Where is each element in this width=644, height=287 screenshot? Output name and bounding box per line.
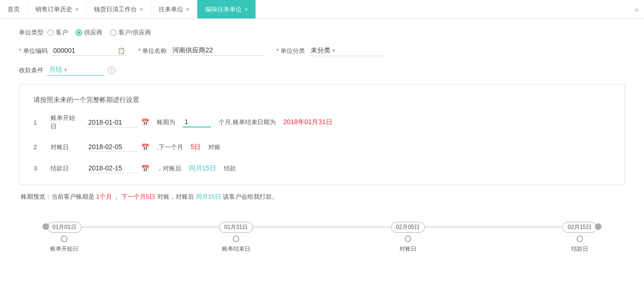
period-box-title: 请按照未来的一个完整帐期进行设置 xyxy=(34,96,610,104)
date-input-2[interactable] xyxy=(86,142,138,152)
date-wrap-3: 📅 xyxy=(86,163,149,173)
radio-supplier[interactable]: 供应商 xyxy=(76,28,102,37)
timeline-dot-1 xyxy=(233,236,239,242)
period-row-1: 1 账单开始日 📅 账期为 个月,账单结束日期为 2018年01月31日 xyxy=(34,114,610,131)
unit-code-label: 单位编码 xyxy=(19,47,48,55)
timeline-label-2: 对账日 xyxy=(399,245,416,253)
date-wrap-1: 📅 xyxy=(86,118,149,127)
help-icon[interactable]: ? xyxy=(108,67,115,74)
preview-mid1: ， xyxy=(113,193,119,200)
date-input-3[interactable] xyxy=(86,163,138,173)
period-label-2: 对账日 xyxy=(51,143,79,152)
unit-name-label: 单位名称 xyxy=(138,47,167,55)
radio-customer[interactable]: 客户 xyxy=(47,28,68,37)
unit-category-select[interactable]: 未分类 ▾ xyxy=(309,45,384,56)
tab-home-label: 首页 xyxy=(8,5,20,14)
copy-icon[interactable]: 📋 xyxy=(118,47,125,54)
radio-supplier-label: 供应商 xyxy=(84,28,102,37)
unit-category-field: 单位分类 未分类 ▾ xyxy=(276,45,384,56)
timeline-label-1: 账单结束日 xyxy=(222,245,250,253)
preview-date2: 同月15日 xyxy=(196,193,221,200)
payment-select[interactable]: 月结 ▾ xyxy=(47,65,104,76)
payment-row: 收款条件 月结 ▾ ? xyxy=(19,65,625,76)
tab-edit-partner[interactable]: 编辑往来单位 × xyxy=(197,0,256,18)
date-input-1[interactable] xyxy=(86,118,138,127)
tab-cash-work[interactable]: 钱货日清工作台 × xyxy=(86,0,151,18)
page-content: 单位类型 客户 供应商 客户/供应商 单位编码 xyxy=(0,19,644,287)
radio-supplier-circle xyxy=(76,29,82,36)
period-num-3: 3 xyxy=(34,165,43,172)
period-suffix-mid-2: ,下一个月 xyxy=(157,143,183,152)
tab-edit-partner-close[interactable]: × xyxy=(245,6,248,13)
radio-customer-label: 客户 xyxy=(56,28,68,37)
tab-home[interactable]: 首页 xyxy=(0,0,28,18)
period-num-2: 2 xyxy=(34,144,43,151)
period-suffix-before-1: 账期为 xyxy=(157,118,175,127)
period-row-3: 3 结款日 📅 ，对账后 同月15日 结款 xyxy=(34,163,610,173)
unit-category-label: 单位分类 xyxy=(276,47,305,55)
payment-chevron-icon: ▾ xyxy=(64,67,67,73)
timeline-badge-0: 01月01日 xyxy=(47,222,82,233)
period-label-1: 账单开始日 xyxy=(51,114,79,131)
unit-name-field: 单位名称 xyxy=(138,46,265,56)
timeline-left-dot xyxy=(42,223,49,230)
timeline-label-0: 账单开始日 xyxy=(50,245,78,253)
period-suffix-mid-3: ，对账后 xyxy=(157,164,181,173)
payment-field: 收款条件 月结 ▾ ? xyxy=(19,65,115,76)
timeline-label-3: 结款日 xyxy=(571,245,588,253)
tab-cash-work-close[interactable]: × xyxy=(140,6,143,13)
tab-sales-history-close[interactable]: × xyxy=(75,6,78,13)
timeline-badge-1: 01月31日 xyxy=(219,222,254,233)
timeline-nodes: 01月01日 账单开始日 01月31日 账单结束日 02月05日 对账日 02月… xyxy=(19,222,625,253)
timeline: 01月01日 账单开始日 01月31日 账单结束日 02月05日 对账日 02月… xyxy=(19,212,625,267)
preview-suffix: 该客户会给我打款。 xyxy=(223,193,278,200)
period-num-input-1[interactable] xyxy=(183,117,211,127)
unit-type-label: 单位类型 xyxy=(19,28,43,37)
period-row-2: 2 对账日 📅 ,下一个月 5日 对账 xyxy=(34,142,610,152)
calendar-icon-3[interactable]: 📅 xyxy=(141,165,149,172)
radio-customer-circle xyxy=(47,29,54,36)
radio-group: 客户 供应商 客户/供应商 xyxy=(47,28,151,37)
unit-name-input[interactable] xyxy=(170,46,265,56)
period-end-date-1: 2018年01月31日 xyxy=(283,118,332,127)
tab-partner-close[interactable]: × xyxy=(186,6,189,13)
tab-sales-history-label: 销售订单历史 xyxy=(35,5,72,14)
timeline-badge-2: 02月05日 xyxy=(391,222,425,233)
timeline-node-0: 01月01日 账单开始日 xyxy=(47,222,82,253)
radio-both-label: 客户/供应商 xyxy=(119,28,151,37)
timeline-right-dot xyxy=(595,223,602,230)
period-day-2: 5日 xyxy=(191,143,201,152)
unit-type-row: 单位类型 客户 供应商 客户/供应商 xyxy=(19,28,625,37)
timeline-node-2: 02月05日 对账日 xyxy=(391,222,425,253)
timeline-dot-3 xyxy=(576,236,583,242)
unit-code-field: 单位编码 📋 xyxy=(19,46,127,56)
tab-expand-button[interactable]: » xyxy=(629,0,644,18)
unit-code-input[interactable] xyxy=(51,46,127,56)
tab-sales-history[interactable]: 销售订单历史 × xyxy=(28,0,86,18)
period-day-text-3: 同月15日 xyxy=(189,164,216,173)
period-suffix-after-1: 个月,账单结束日期为 xyxy=(219,118,276,127)
tab-cash-work-label: 钱货日清工作台 xyxy=(94,5,137,14)
timeline-dot-2 xyxy=(405,236,411,242)
period-box: 请按照未来的一个完整帐期进行设置 1 账单开始日 📅 账期为 个月,账单结束日期… xyxy=(19,84,625,185)
period-suffix-after-2: 对账 xyxy=(208,143,220,152)
unit-category-value: 未分类 xyxy=(311,46,330,55)
calendar-icon-1[interactable]: 📅 xyxy=(141,118,149,126)
expand-icon: » xyxy=(635,6,638,13)
preview-text: 账期预览：当前客户账期是 1个月 ， 下一个月5日 对账，对账后 同月15日 该… xyxy=(19,193,625,201)
preview-period: 1个月 xyxy=(96,193,112,200)
calendar-icon-2[interactable]: 📅 xyxy=(141,144,149,151)
code-name-category-row: 单位编码 📋 单位名称 单位分类 未分类 ▾ xyxy=(19,45,625,56)
radio-both[interactable]: 客户/供应商 xyxy=(110,28,151,37)
timeline-badge-3: 02月15日 xyxy=(562,222,597,233)
tab-partner[interactable]: 往来单位 × xyxy=(151,0,197,18)
payment-label: 收款条件 xyxy=(19,66,43,75)
unit-code-input-wrap: 📋 xyxy=(51,46,127,56)
tab-edit-partner-label: 编辑往来单位 xyxy=(205,5,242,14)
tab-bar: 首页 销售订单历史 × 钱货日清工作台 × 往来单位 × 编辑往来单位 × » xyxy=(0,0,644,19)
preview-mid2: 对账，对账后 xyxy=(157,193,194,200)
radio-both-circle xyxy=(110,29,117,36)
timeline-dot-0 xyxy=(61,236,68,242)
date-wrap-2: 📅 xyxy=(86,142,149,152)
preview-prefix: 账期预览：当前客户账期是 xyxy=(21,193,94,200)
